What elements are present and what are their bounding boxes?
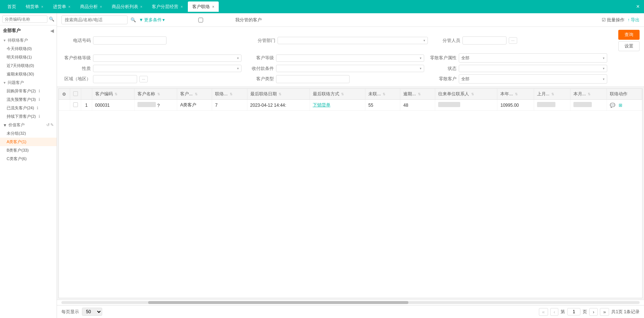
filter-customer-type-input[interactable] xyxy=(276,75,350,83)
customer-tier-tab-close[interactable]: × xyxy=(180,5,183,9)
filter-region-input[interactable] xyxy=(93,75,137,83)
close-all-icon[interactable]: × xyxy=(635,2,641,11)
customer-tier-tab-label: 客户分层经营 xyxy=(152,4,178,10)
sidebar-item-tomorrow[interactable]: 明天待联络(1) xyxy=(0,53,57,61)
filter-retail-attr-arrow-icon: ▾ xyxy=(603,56,605,60)
nav-tab-home[interactable]: 首页 xyxy=(3,1,21,12)
page-size-select[interactable]: 50 10 20 100 xyxy=(82,308,102,316)
last-date-sort-icon: ⇅ xyxy=(279,92,282,96)
action-qr-icon[interactable]: ⊞ xyxy=(619,103,622,108)
filter-payment-select[interactable]: ▾ xyxy=(276,65,425,72)
action-chat-icon[interactable]: 💬 xyxy=(610,103,615,108)
col-name-header[interactable]: 客户名称 ⇅ xyxy=(135,89,177,100)
batch-op-btn[interactable]: ☑ 批量操作 xyxy=(602,17,625,23)
filter-price-level: 客户价格等级 ▾ xyxy=(61,54,242,62)
col-contact-header[interactable]: 联络... ⇅ xyxy=(212,89,247,100)
sidebar-item-churn-warning[interactable]: 流失预警客户(3) ℹ xyxy=(0,95,57,104)
filter-nature-select[interactable]: ▾ xyxy=(93,65,242,72)
col-level-header[interactable]: 客户... ⇅ xyxy=(177,89,212,100)
filter-status-select[interactable]: ▾ xyxy=(459,65,607,72)
filter-customer-level-select[interactable]: ▾ xyxy=(276,54,425,62)
sidebar-item-c-class[interactable]: C类客户(6) xyxy=(0,155,57,163)
nav-tab-goods-analysis[interactable]: 商品分析 × xyxy=(76,1,107,12)
col-setting[interactable]: ⚙ xyxy=(59,89,70,100)
value-group-edit-icon[interactable]: ✎ xyxy=(50,123,54,127)
more-filters-btn[interactable]: ▼ 更多条件 ▾ xyxy=(139,17,165,23)
col-last-month-header[interactable]: 上月... ⇅ xyxy=(534,89,570,100)
sidebar-item-today[interactable]: 今天待联络(0) xyxy=(0,45,57,53)
settings-button[interactable]: 设置 xyxy=(618,41,640,51)
col-this-year-header[interactable]: 本年... ⇅ xyxy=(497,89,534,100)
horizontal-scrollbar[interactable] xyxy=(57,300,644,305)
search-input[interactable] xyxy=(61,15,128,24)
sidebar-search-icon[interactable]: 🔍 xyxy=(49,17,54,22)
pagination: 每页显示 50 10 20 100 « ‹ 第 页 › » 共1页 1条记录 xyxy=(57,305,644,318)
filter-buttons: 查询 设置 xyxy=(618,30,640,51)
filter-manager-input[interactable] xyxy=(462,36,507,45)
sidebar-item-overdue[interactable]: 逾期未联络(30) xyxy=(0,70,57,78)
customer-contact-tab-close[interactable]: × xyxy=(212,5,214,9)
filter-retail-attr-select[interactable]: 全部 ▾ xyxy=(459,53,607,63)
col-code-header[interactable]: 客户编码 ⇅ xyxy=(92,89,135,100)
filter-price-level-select[interactable]: ▾ xyxy=(93,54,242,62)
advanced-filter: 电话号码 分管部门 ▾ 分管人员 ··· 查询 设置 xyxy=(57,27,644,87)
sidebar-item-a-class[interactable]: A类客户(1) xyxy=(0,138,57,146)
sidebar-collapse-icon[interactable]: ◀ xyxy=(50,28,54,33)
sidebar-item-unclassified[interactable]: 未分组(32) xyxy=(0,129,57,138)
filter-retail-select[interactable]: 全部 ▾ xyxy=(459,74,607,84)
sidebar-search-input[interactable] xyxy=(2,15,47,23)
filter-search-icon[interactable]: 🔍 xyxy=(130,17,136,22)
filter-nature-arrow-icon: ▾ xyxy=(237,67,239,70)
goods-analysis-tab-close[interactable]: × xyxy=(100,5,102,9)
sidebar-item-b-class[interactable]: B类客户(33) xyxy=(0,146,57,155)
col-unit-contact-header[interactable]: 往来单位联系人 ⇅ xyxy=(435,89,497,100)
filter-region-dots-btn[interactable]: ··· xyxy=(139,76,148,82)
next-page-btn[interactable]: › xyxy=(589,308,597,316)
sidebar-item-churned[interactable]: 已流失客户(24) ℹ xyxy=(0,104,57,112)
last-method-link[interactable]: 下销货单 xyxy=(313,102,330,107)
overdue-sort-icon: ⇅ xyxy=(418,92,421,96)
purchase-tab-close[interactable]: × xyxy=(68,5,71,9)
gear-icon[interactable]: ⚙ xyxy=(62,92,66,97)
export-btn[interactable]: ↑ 导出 xyxy=(627,17,640,23)
customer-name-masked xyxy=(137,102,156,107)
nav-tab-sales[interactable]: 销货单 × xyxy=(21,1,48,12)
nav-tab-customer-tier[interactable]: 客户分层经营 × xyxy=(147,1,187,12)
col-last-method-header[interactable]: 最后联络方式 ⇅ xyxy=(310,89,365,100)
sales-tab-close[interactable]: × xyxy=(41,5,43,9)
my-customers-checkbox[interactable] xyxy=(168,18,234,22)
scrollbar-thumb[interactable] xyxy=(148,301,408,304)
nav-tab-goods-analysis-list[interactable]: 商品分析列表 × xyxy=(107,1,147,12)
filter-retail-attr: 零散客户属性 全部 ▾ xyxy=(427,53,607,63)
filter-dept-select[interactable]: ▾ xyxy=(278,37,427,44)
page-number-input[interactable] xyxy=(567,308,580,315)
sidebar-item-7days[interactable]: 近7天待联络(0) xyxy=(0,61,57,70)
sidebar-all-customers-header[interactable]: 全部客户 ◀ xyxy=(0,25,57,36)
first-page-btn[interactable]: « xyxy=(539,308,548,316)
col-no-contact-header[interactable]: 未联... ⇅ xyxy=(365,89,400,100)
nav-tab-customer-contact[interactable]: 客户联络 × xyxy=(188,1,219,12)
row-last-date-cell: 2023-04-12 14:44: xyxy=(247,100,310,111)
top-nav: 首页 销货单 × 进货单 × 商品分析 × 商品分析列表 × 客户分层经营 × … xyxy=(0,0,644,13)
col-overdue-header[interactable]: 逾期... ⇅ xyxy=(400,89,435,100)
filter-retail-label: 零散客户 xyxy=(427,76,457,82)
query-button[interactable]: 查询 xyxy=(618,30,640,40)
filter-manager-dots-btn[interactable]: ··· xyxy=(509,37,517,44)
header-checkbox[interactable] xyxy=(73,91,78,96)
code-sort-icon: ⇅ xyxy=(115,92,118,96)
sidebar-group-pending[interactable]: ▼ 待联络客户 xyxy=(0,36,57,45)
sidebar-group-value[interactable]: ▼ 价值客户 ↺ ✎ xyxy=(0,121,57,129)
nav-tab-purchase[interactable]: 进货单 × xyxy=(49,1,75,12)
my-customers-checkbox-label[interactable]: 我分管的客户 xyxy=(168,17,262,23)
filter-phone-input[interactable] xyxy=(93,36,167,45)
sidebar-item-declining[interactable]: 持续下滑客户(2) ℹ xyxy=(0,112,57,121)
col-this-month-header[interactable]: 本月... ⇅ xyxy=(570,89,607,100)
sidebar-item-repurchase-abnormal[interactable]: 回购异常客户(2) ℹ xyxy=(0,87,57,95)
goods-analysis-list-tab-close[interactable]: × xyxy=(140,5,143,9)
col-last-date-header[interactable]: 最后联络日期 ⇅ xyxy=(247,89,310,100)
prev-page-btn[interactable]: ‹ xyxy=(550,308,558,316)
sidebar-group-problem[interactable]: ▼ 问题客户 xyxy=(0,78,57,87)
value-group-refresh-icon[interactable]: ↺ xyxy=(46,123,50,127)
row-checkbox[interactable] xyxy=(73,102,78,107)
last-page-btn[interactable]: » xyxy=(600,308,609,316)
